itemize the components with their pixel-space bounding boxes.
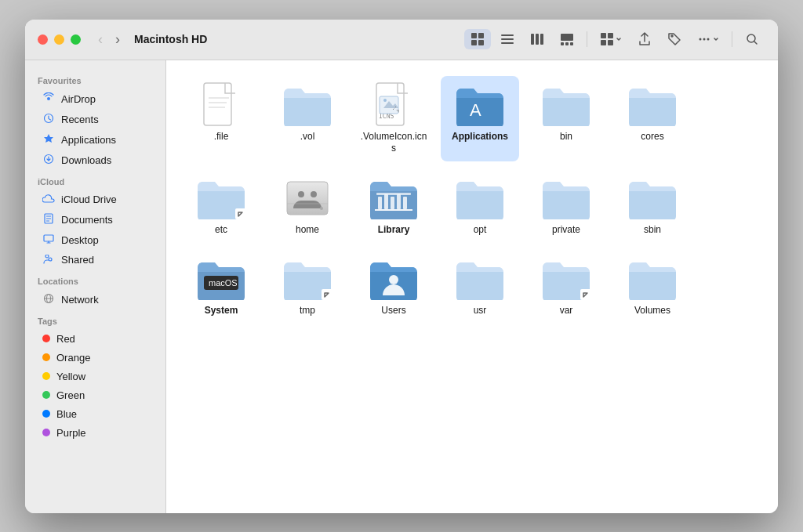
sidebar-item-tag-purple[interactable]: Purple [30,424,161,442]
forward-button[interactable]: › [111,30,125,49]
blue-tag-dot [42,410,50,418]
system-icon: macOS [196,256,246,300]
group-button[interactable] [594,29,628,49]
svg-rect-12 [565,42,569,45]
minimize-button[interactable] [54,34,64,45]
file-item-library[interactable]: Library [354,169,433,243]
home-icon [282,176,332,219]
sidebar-item-icloud-drive[interactable]: iCloud Drive [30,190,161,209]
file-item-system[interactable]: macOS System [182,250,260,324]
sidebar-item-tag-orange[interactable]: Orange [30,349,161,367]
share-button[interactable] [631,29,658,49]
favourites-section-label: Favourites [25,70,165,89]
private-label: private [552,224,580,237]
bin-icon [541,82,591,126]
sidebar-item-applications[interactable]: Applications [30,130,161,150]
cores-icon [627,82,678,126]
purple-tag-label: Purple [56,427,86,439]
file-item-sbin[interactable]: sbin [613,169,692,243]
sidebar-item-tag-green[interactable]: Green [30,386,161,404]
airdrop-icon [42,92,55,106]
tmp-icon [282,256,332,300]
network-label: Network [61,294,99,306]
sbin-label: sbin [644,224,661,237]
search-button[interactable] [739,29,765,49]
svg-rect-11 [561,42,564,45]
file-item-dotfile[interactable]: .file [182,76,260,161]
users-icon [369,256,419,300]
sbin-icon [627,176,678,219]
svg-rect-53 [397,194,401,209]
file-item-etc[interactable]: etc [182,169,260,243]
users-label: Users [381,305,405,317]
file-item-volumes[interactable]: Volumes [613,250,692,324]
file-item-cores[interactable]: cores [613,76,692,161]
sidebar-item-downloads[interactable]: Downloads [30,150,161,170]
sidebar-item-desktop[interactable]: Desktop [30,230,161,250]
svg-rect-9 [540,34,543,45]
view-gallery-button[interactable] [554,29,580,49]
sidebar-item-tag-yellow[interactable]: Yellow [30,367,161,385]
sidebar-item-recents[interactable]: Recents [30,110,161,129]
file-item-volumeicon[interactable]: ICNS .VolumeIcon.icns [354,76,433,161]
file-area: .file .vol [166,60,778,513]
svg-rect-50 [378,197,382,209]
maximize-button[interactable] [71,34,81,45]
view-grid-button[interactable] [464,29,491,49]
file-item-bin[interactable]: bin [527,76,605,161]
traffic-lights [38,34,81,45]
red-tag-dot [42,335,50,342]
svg-text:A: A [470,100,481,120]
green-tag-label: Green [56,389,85,401]
library-icon [369,176,419,219]
recents-icon [42,113,55,126]
file-item-vol[interactable]: .vol [268,76,347,161]
tag-button[interactable] [661,29,688,49]
view-column-button[interactable] [524,29,550,49]
etc-label: etc [215,224,227,237]
volumeicon-label: .VolumeIcon.icns [358,131,429,155]
file-item-private[interactable]: private [527,169,605,243]
documents-icon [42,213,55,226]
applications-icon [42,133,55,147]
svg-rect-0 [471,33,477,38]
back-button[interactable]: ‹ [93,30,107,49]
applications-folder-icon: A [455,82,505,126]
more-button[interactable] [691,29,725,49]
file-item-tmp[interactable]: tmp [268,250,347,324]
desktop-icon [42,233,55,247]
svg-rect-17 [608,40,613,45]
icloud-section-label: iCloud [25,171,165,190]
volumeicon-icon: ICNS [369,82,419,126]
svg-rect-16 [601,40,606,45]
file-item-applications[interactable]: A Applications [441,76,519,161]
file-item-var[interactable]: var [527,250,605,324]
svg-point-19 [703,38,706,41]
close-button[interactable] [38,34,48,45]
sidebar-item-documents[interactable]: Documents [30,210,161,230]
applications-folder-label: Applications [452,131,508,143]
file-item-users[interactable]: Users [354,250,433,324]
var-label: var [560,305,573,317]
svg-rect-3 [478,40,484,45]
file-grid: .file .vol [182,76,762,324]
view-list-button[interactable] [494,29,521,49]
purple-tag-dot [42,429,50,436]
svg-rect-6 [501,42,514,44]
file-item-home[interactable]: home [268,169,347,243]
sidebar-item-tag-blue[interactable]: Blue [30,405,161,423]
file-item-usr[interactable]: usr [441,250,519,324]
sidebar-item-network[interactable]: Network [30,290,161,309]
icloud-drive-icon [42,194,55,206]
vol-icon [282,82,332,126]
sidebar-item-airdrop[interactable]: AirDrop [30,89,161,109]
opt-label: opt [474,224,487,237]
svg-rect-1 [478,33,484,38]
sidebar-item-shared[interactable]: Shared [30,251,161,270]
separator-1 [587,31,587,47]
orange-tag-label: Orange [56,352,90,364]
titlebar: ‹ › Macintosh HD [25,20,778,60]
separator-2 [732,31,732,47]
file-item-opt[interactable]: opt [441,169,519,243]
sidebar-item-tag-red[interactable]: Red [30,330,161,348]
